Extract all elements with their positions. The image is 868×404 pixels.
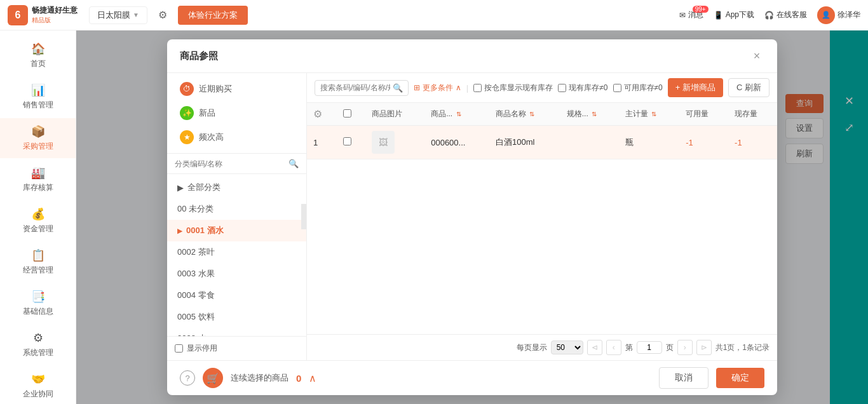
category-search-input[interactable] [175, 159, 286, 168]
th-spec-label: 规格... [567, 109, 588, 118]
category-search-icon[interactable]: 🔍 [288, 159, 299, 168]
collapse-footer-icon[interactable]: ∧ [309, 372, 316, 384]
sort-unit-icon[interactable]: ⇅ [651, 111, 656, 118]
chevron-down-icon: ▼ [133, 11, 139, 18]
per-page-select[interactable]: 50 10 20 100 [551, 340, 583, 354]
first-page-button[interactable]: ⊲ [587, 340, 602, 355]
quick-filter-freq[interactable]: ★ 频次高 [175, 126, 299, 148]
pagination-bar: 每页显示 50 10 20 100 ⊲ ‹ 第 页 [307, 334, 777, 360]
checkbox-filter-1[interactable]: 现有库存≠0 [558, 83, 607, 93]
help-icon[interactable]: ? [180, 370, 195, 386]
main-layout: 🏠 首页 📊 销售管理 📦 采购管理 🏭 库存核算 💰 资金管理 📋 经营管理 … [0, 30, 868, 404]
next-page-button[interactable]: › [677, 340, 693, 355]
logo-area: 6 畅捷通好生意 精品版 [8, 5, 84, 25]
td-available: -1 [679, 126, 728, 159]
th-name-label: 商品名称 [496, 109, 526, 118]
current-stock-checkbox[interactable] [558, 84, 566, 92]
page-label-suffix: 页 [666, 342, 674, 353]
category-list: ▶ 全部分类 00 未分类 ▶ 0001 酒水 0002 茶 [167, 174, 306, 336]
category-label-uncategorized: 00 未分类 [177, 203, 214, 215]
sidebar-item-finance[interactable]: 💰 资金管理 [0, 201, 76, 241]
category-label-fruit: 0003 水果 [177, 268, 215, 279]
product-search-input[interactable] [320, 83, 390, 92]
prev-page-button[interactable]: ‹ [606, 340, 621, 355]
add-product-button[interactable]: + 新增商品 [668, 78, 723, 97]
category-item-snack[interactable]: 0004 零食 [167, 285, 306, 306]
category-item-all[interactable]: ▶ 全部分类 [167, 177, 306, 198]
category-label-tea: 0002 茶叶 [177, 246, 215, 258]
checkbox-label-2: 可用库存≠0 [624, 83, 663, 93]
sidebar-label-finance: 资金管理 [23, 224, 53, 234]
sidebar-item-sales[interactable]: 📊 销售管理 [0, 77, 76, 117]
cancel-button[interactable]: 取消 [659, 367, 709, 389]
cart-icon[interactable]: 🛒 [203, 368, 223, 388]
category-item-beverage[interactable]: 0005 饮料 [167, 306, 306, 328]
top-nav: 6 畅捷通好生意 精品版 日太阳膜 ▼ ⚙ 体验行业方案 ✉ 消息 99+ 📱 … [0, 0, 868, 30]
sidebar-item-system[interactable]: ⚙ 系统管理 [0, 325, 76, 365]
inventory-icon: 🏭 [31, 166, 45, 180]
messages-button[interactable]: ✉ 消息 99+ [679, 10, 703, 20]
td-unit: 瓶 [619, 126, 679, 159]
sidebar-label-inventory: 库存核算 [23, 182, 53, 193]
category-item-tea[interactable]: 0002 茶叶 [167, 241, 306, 263]
sales-icon: 📊 [31, 83, 45, 97]
sort-spec-icon[interactable]: ⇅ [592, 111, 597, 118]
sidebar-item-home[interactable]: 🏠 首页 [0, 36, 76, 76]
category-label-snack: 0004 零食 [177, 290, 215, 301]
quick-filter-new-label: 新品 [199, 107, 215, 119]
category-item-fruit[interactable]: 0003 水果 [167, 263, 306, 285]
sidebar-item-inventory[interactable]: 🏭 库存核算 [0, 159, 76, 199]
sidebar-label-system: 系统管理 [23, 347, 53, 358]
sidebar-item-basics[interactable]: 📑 基础信息 [0, 283, 76, 323]
content-area: ✕ ⤢ 查询 设置 刷新 商品参照 × [76, 30, 868, 404]
confirm-button[interactable]: 确定 [716, 368, 764, 388]
trial-button[interactable]: 体验行业方案 [178, 6, 248, 25]
page-number-input[interactable] [637, 341, 662, 354]
product-search-box: 🔍 [315, 80, 409, 96]
sidebar-label-basics: 基础信息 [23, 306, 53, 317]
sidebar-item-enterprise[interactable]: 🤝 企业协同 [0, 366, 76, 404]
category-item-water[interactable]: 0008 水 [167, 328, 306, 336]
modal-footer: ? 🛒 连续选择的商品 0 ∧ 取消 确定 [167, 360, 777, 395]
th-code-label: 商品... [431, 109, 452, 118]
sort-code-icon[interactable]: ⇅ [456, 111, 461, 118]
left-sidebar: 🏠 首页 📊 销售管理 📦 采购管理 🏭 库存核算 💰 资金管理 📋 经营管理 … [0, 30, 76, 404]
select-all-checkbox[interactable] [343, 109, 351, 118]
modal-close-button[interactable]: × [749, 48, 764, 64]
filter-separator: | [466, 83, 468, 93]
quick-filter-recent[interactable]: ⏱ 近期购买 [175, 78, 299, 100]
category-item-liquor[interactable]: ▶ 0001 酒水 [167, 220, 306, 241]
checkbox-filter-2[interactable]: 可用库存≠0 [613, 83, 663, 93]
user-profile[interactable]: 👤 徐泽华 [817, 6, 860, 24]
row-checkbox[interactable] [343, 137, 351, 145]
category-panel: ⏱ 近期购买 ✨ 新品 ★ 频次高 [167, 73, 307, 360]
username: 徐泽华 [837, 10, 860, 20]
sort-name-icon[interactable]: ⇅ [529, 111, 534, 118]
sidebar-item-purchase[interactable]: 📦 采购管理 [0, 118, 76, 158]
quick-filter-new[interactable]: ✨ 新品 [175, 102, 299, 124]
modal-overlay: 商品参照 × ⏱ 近期购买 ✨ [76, 30, 868, 404]
sidebar-label-home: 首页 [31, 58, 46, 69]
td-stock: -1 [728, 126, 777, 159]
selected-count: 0 [296, 373, 301, 384]
available-stock-checkbox[interactable] [613, 84, 621, 92]
category-item-uncategorized[interactable]: 00 未分类 [167, 198, 306, 220]
avatar: 👤 [817, 6, 835, 24]
checkbox-filter-0[interactable]: 按仓库显示现有库存 [473, 83, 553, 93]
sidebar-item-operations[interactable]: 📋 经营管理 [0, 242, 76, 282]
search-icon[interactable]: 🔍 [393, 83, 403, 93]
table-row: 1 🖼 000600... 白酒100ml 瓶 [307, 126, 777, 159]
last-page-button[interactable]: ⊳ [696, 340, 712, 355]
sidebar-label-purchase: 采购管理 [23, 141, 53, 152]
show-disabled-checkbox[interactable] [175, 344, 183, 353]
th-unit-label: 主计量 [625, 109, 648, 118]
app-download-button[interactable]: 📱 App下载 [714, 10, 754, 20]
td-name: 白酒100ml [489, 126, 560, 159]
filter-more-button[interactable]: ⊞ 更多条件 ∧ [414, 83, 461, 93]
warehouse-stock-checkbox[interactable] [473, 84, 482, 92]
category-panel-collapse-btn[interactable]: 《 [301, 204, 307, 229]
refresh-button[interactable]: C 刷新 [728, 78, 770, 97]
settings-icon[interactable]: ⚙ [153, 5, 173, 25]
customer-service-button[interactable]: 🎧 在线客服 [764, 10, 807, 20]
store-selector[interactable]: 日太阳膜 ▼ [89, 6, 147, 24]
